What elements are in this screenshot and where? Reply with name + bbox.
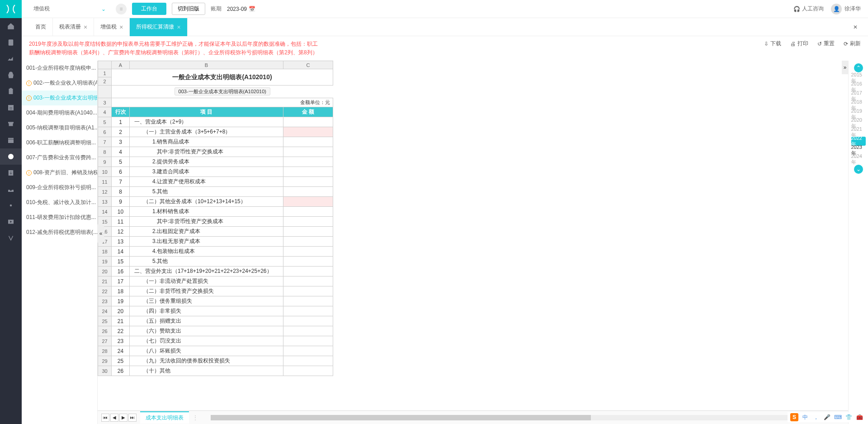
nav-doc-icon[interactable] (0, 34, 22, 51)
sheet-row[interactable]: 2622（六）赞助支出 (98, 326, 333, 336)
form-list-item[interactable]: !008-资产折旧、摊销及纳税... (22, 165, 97, 180)
sheet-nav-first[interactable]: ⏮ (101, 414, 109, 422)
form-list-item[interactable]: 005-纳税调整项目明细表(A1... (22, 120, 97, 135)
horizontal-scrollbar[interactable] (211, 415, 844, 420)
svg-rect-1 (9, 89, 13, 94)
tax-type-dropdown[interactable]: 增值税 ⌄ (29, 3, 110, 15)
form-list-item[interactable]: 001-企业所得税年度纳税申... (22, 61, 97, 76)
close-all-tabs[interactable]: ✕ (850, 22, 861, 33)
chevron-down-icon: ⌄ (101, 6, 106, 12)
sheet-row[interactable]: 2420（四）非常损失 (98, 306, 333, 316)
ime-punct-icon[interactable]: ， (812, 413, 820, 421)
tab-所得税汇算清缴[interactable]: 所得税汇算清缴× (130, 18, 187, 36)
svg-rect-0 (9, 39, 14, 46)
svg-point-5 (8, 154, 14, 159)
sheet-row[interactable]: 51一、营业成本（2+9） (98, 117, 333, 127)
sheet-nav-next[interactable]: ▶ (119, 414, 127, 422)
sheet-nav-prev[interactable]: ◀ (110, 414, 118, 422)
nav-bag-icon[interactable] (0, 67, 22, 83)
nav-chart-icon[interactable] (0, 51, 22, 67)
sheet-row[interactable]: 14101.材料销售成本 (98, 207, 333, 217)
sheet-row[interactable]: 2319（三）债务重组损失 (98, 296, 333, 306)
sheet-row[interactable]: 139（二）其他业务成本（10+12+13+14+15） (98, 197, 333, 207)
refresh-button[interactable]: ⟳刷新 (844, 40, 861, 48)
sheet-row[interactable]: 2016二、营业外支出（17+18+19+20+21+22+23+24+25+2… (98, 267, 333, 276)
sheet-row[interactable]: 1063.建造合同成本 (98, 167, 333, 177)
ime-lang-icon[interactable]: 中 (801, 413, 809, 421)
nav-clipboard-icon[interactable] (0, 83, 22, 100)
tab-close-icon[interactable]: × (177, 24, 180, 31)
sheet-row[interactable]: 19155.其他 (98, 257, 333, 267)
sheet-row[interactable]: 62（一）主营业务成本（3+5+6+7+8） (98, 127, 333, 137)
reset-button[interactable]: ↺重置 (817, 40, 835, 48)
warning-icon: ! (26, 81, 32, 86)
form-list-item[interactable]: 007-广告费和业务宣传费跨... (22, 150, 97, 165)
sheet-tab[interactable]: 成本支出明细表 (140, 411, 189, 424)
form-list-item[interactable]: !003-一般企业成本支出明细... (22, 91, 97, 105)
tab-税表清册[interactable]: 税表清册× (53, 18, 94, 36)
app-logo[interactable] (0, 0, 22, 18)
ime-logo-icon[interactable]: S (790, 413, 798, 421)
nav-inbox-icon[interactable] (0, 181, 22, 197)
sheet-tab-bar: ⏮ ◀ ▶ ⏭ 成本支出明细表 ⋮ (98, 410, 848, 424)
ime-toolbox-icon[interactable]: 🧰 (855, 413, 863, 421)
form-list-item[interactable]: 010-免税、减计收入及加计... (22, 195, 97, 210)
ime-skin-icon[interactable]: 👕 (844, 413, 853, 421)
form-list-item[interactable]: 011-研发费用加计扣除优惠... (22, 210, 97, 225)
year-up-button[interactable]: ⌃ (854, 63, 863, 72)
nav-home-icon[interactable] (0, 18, 22, 34)
ime-keyboard-icon[interactable]: ⌨ (834, 413, 842, 421)
support-link[interactable]: 🎧 人工咨询 (793, 5, 824, 13)
nav-video-icon[interactable] (0, 214, 22, 230)
sheet-row[interactable]: 1285.其他 (98, 187, 333, 197)
sheet-row[interactable]: 84其中:非货币性资产交换成本 (98, 147, 333, 157)
circle-icon[interactable]: ≡ (116, 4, 127, 14)
tab-首页[interactable]: 首页 (29, 18, 53, 36)
nav-active-icon[interactable] (0, 148, 22, 165)
sheet-row[interactable]: 952.提供劳务成本 (98, 157, 333, 167)
nav-calendar-icon[interactable] (0, 132, 22, 148)
sheet-row[interactable]: 2218（二）非货币性资产交换损失 (98, 286, 333, 296)
download-button[interactable]: ⇩下载 (764, 40, 781, 48)
workbench-button[interactable]: 工作台 (132, 3, 166, 15)
sheet-row[interactable]: 2824（八）坏账损失 (98, 346, 333, 356)
period-label: 账期 (211, 5, 222, 13)
expand-years-handle[interactable]: » (842, 61, 848, 74)
sheet-row[interactable]: 1174.让渡资产使用权成本 (98, 177, 333, 187)
ime-mic-icon[interactable]: 🎤 (823, 413, 831, 421)
nav-settings-icon[interactable] (0, 197, 22, 214)
sheet-row[interactable]: 1511其中:非货币性资产交换成本 (98, 217, 333, 227)
svg-point-7 (10, 205, 12, 207)
tab-增值税[interactable]: 增值税× (94, 18, 130, 36)
sheet-row[interactable]: 18144.包装物出租成本 (98, 247, 333, 257)
nav-report-icon[interactable] (0, 100, 22, 116)
form-list-item[interactable]: !002-一般企业收入明细表(A... (22, 76, 97, 91)
form-list-item[interactable]: 004-期间费用明细表(A1040... (22, 105, 97, 120)
form-list-item[interactable]: 009-企业所得税弥补亏损明... (22, 180, 97, 195)
tab-close-icon[interactable]: × (119, 24, 123, 31)
nav-v-icon[interactable] (0, 230, 22, 246)
nav-export-icon[interactable] (0, 165, 22, 181)
form-list-item[interactable]: 006-职工薪酬纳税调整明细... (22, 135, 97, 150)
year-down-button[interactable]: ⌄ (854, 165, 863, 174)
switch-old-button[interactable]: 切到旧版 (172, 3, 205, 15)
warning-icon: ! (26, 95, 32, 101)
user-menu[interactable]: 👤 徐泽华 (831, 4, 861, 14)
form-list-item[interactable]: 012-减免所得税优惠明细表(... (22, 225, 97, 240)
collapse-sidebar-handle[interactable]: « (98, 224, 104, 243)
sheet-row[interactable]: 17133.出租无形资产成本 (98, 237, 333, 247)
sheet-row[interactable]: 2723（七）罚没支出 (98, 336, 333, 346)
sheet-row[interactable]: 2117（一）非流动资产处置损失 (98, 276, 333, 286)
spreadsheet[interactable]: ABC 1一般企业成本支出明细表(A102010) 2 003-一般企业成本支出… (98, 61, 333, 376)
year-option[interactable]: 2024年 (851, 155, 866, 164)
tab-close-icon[interactable]: × (84, 24, 87, 31)
sheet-row[interactable]: 731.销售商品成本 (98, 137, 333, 147)
sheet-row[interactable]: 2925（九）无法收回的债券股权投资损失 (98, 356, 333, 366)
sheet-row[interactable]: 16122.出租固定资产成本 (98, 227, 333, 237)
sheet-nav-last[interactable]: ⏭ (128, 414, 137, 422)
print-button[interactable]: 🖨打印 (790, 40, 808, 48)
period-picker[interactable]: 2023-09 📅 (227, 6, 255, 12)
sheet-row[interactable]: 3026（十）其他 (98, 366, 333, 376)
nav-tax-icon[interactable] (0, 116, 22, 132)
sheet-row[interactable]: 2521（五）捐赠支出 (98, 316, 333, 326)
